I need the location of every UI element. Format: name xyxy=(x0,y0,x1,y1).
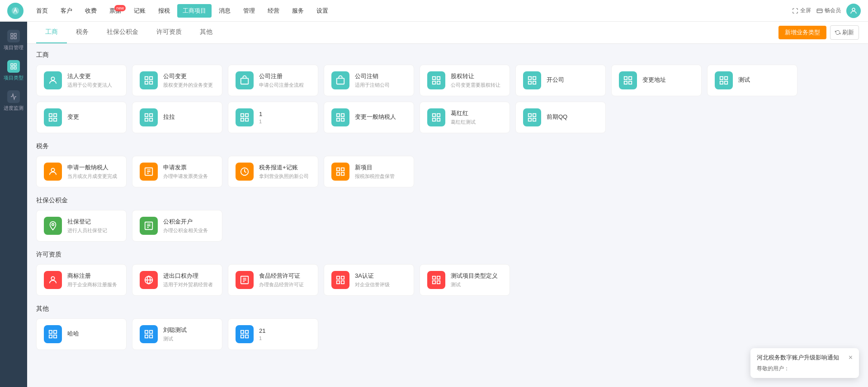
vip-btn[interactable]: 畅会员 xyxy=(816,7,841,14)
test-type-def-icon xyxy=(427,271,445,289)
num21-icon xyxy=(236,325,254,343)
nav-item-collection[interactable]: 收费 xyxy=(80,4,102,18)
sidebar: 项目管理 项目类型 进度监测 xyxy=(0,22,27,387)
card-title: 开公司 xyxy=(547,76,598,84)
svg-rect-43 xyxy=(241,118,244,121)
section-other: 其他 哈哈 刘聪测试 测试 xyxy=(36,305,859,350)
card-title: 股权转让 xyxy=(451,72,502,80)
main-header: 工商 税务 社保公积金 许可资质 其他 新增业务类型 刷新 xyxy=(27,22,868,44)
nav-item-ticket[interactable]: 票据 new xyxy=(104,4,127,18)
card-company-cancel[interactable]: 公司注销 适用于注销公司 xyxy=(324,65,414,96)
card-apply-general-tax[interactable]: 申请一般纳税人 当月或次月成变更完成 xyxy=(36,156,127,187)
user-avatar[interactable] xyxy=(846,4,861,18)
card-num1[interactable]: 1 1 xyxy=(228,102,318,133)
social-cards-grid: 社保登记 进行人员社保登记 公积金开户 办理公积金相关业务 xyxy=(36,210,859,242)
card-desc: 股权变更外的业务变更 xyxy=(163,82,215,89)
tab-tax[interactable]: 税务 xyxy=(67,22,98,43)
card-change-address[interactable]: 变更地址 xyxy=(611,65,702,96)
prev-qq-icon xyxy=(523,108,541,126)
nav-item-manage[interactable]: 管理 xyxy=(238,4,260,18)
tab-bar: 工商 税务 社保公积金 许可资质 其他 xyxy=(36,22,222,43)
card-company-reg[interactable]: 公司注册 申请公司注册全流程 xyxy=(228,65,318,96)
card-num21[interactable]: 21 1 xyxy=(228,318,318,350)
nav-item-tax[interactable]: 报税 xyxy=(153,4,175,18)
card-food-permit[interactable]: 食品经营许可证 办理食品经营许可证 xyxy=(228,264,318,296)
svg-rect-21 xyxy=(528,77,531,79)
card-legal-change[interactable]: 法人变更 适用于公司变更法人 xyxy=(36,65,127,96)
card-test-type-def[interactable]: 测试项目类型定义 测试 xyxy=(420,264,510,296)
svg-rect-78 xyxy=(54,331,57,333)
card-title: 公司注册 xyxy=(259,72,311,80)
card-title: 商标注册 xyxy=(67,272,119,280)
card-change[interactable]: 变更 xyxy=(36,102,127,133)
card-title: 变更一般纳税人 xyxy=(355,113,406,121)
nav-item-operation[interactable]: 经营 xyxy=(262,4,285,18)
card-equity-transfer[interactable]: 股权转让 公司变更需要股权转让 xyxy=(420,65,510,96)
svg-rect-69 xyxy=(337,276,340,279)
card-title: 公司注销 xyxy=(355,72,406,80)
nav-item-industry[interactable]: 工商项目 xyxy=(177,4,212,18)
card-desc: 对企业信誉评级 xyxy=(355,281,406,288)
svg-rect-53 xyxy=(528,114,531,117)
sidebar-item-progress[interactable]: 进度监测 xyxy=(0,86,27,116)
change-address-icon xyxy=(619,71,637,89)
sidebar-item-project-type[interactable]: 项目类型 xyxy=(0,56,27,86)
svg-rect-24 xyxy=(533,81,536,84)
import-export-icon xyxy=(140,271,158,289)
svg-rect-14 xyxy=(150,81,152,84)
nav-item-bookkeeping[interactable]: 记账 xyxy=(128,4,151,18)
card-desc: 进行人员社保登记 xyxy=(67,227,119,234)
nav-item-service[interactable]: 服务 xyxy=(287,4,309,18)
card-prev-qq[interactable]: 前期QQ xyxy=(515,102,606,133)
new-type-button[interactable]: 新增业务类型 xyxy=(778,26,826,39)
svg-rect-85 xyxy=(241,331,244,333)
card-ge-hong-hong[interactable]: 葛红红 葛红红测试 xyxy=(420,102,510,133)
card-title: 前期QQ xyxy=(547,113,598,121)
section-title-industry: 工商 xyxy=(36,51,859,59)
svg-rect-15 xyxy=(241,78,249,84)
card-lala[interactable]: 拉拉 xyxy=(132,102,222,133)
svg-rect-13 xyxy=(145,81,148,84)
section-title-other: 其他 xyxy=(36,305,859,313)
card-desc: 1 xyxy=(259,336,311,341)
card-3a-cert[interactable]: 3A认证 对企业信誉评级 xyxy=(324,264,414,296)
card-open-company[interactable]: 开公司 xyxy=(515,65,606,96)
fullscreen-btn[interactable]: 全屏 xyxy=(792,7,811,14)
card-apply-invoice[interactable]: 申请发票 办理申请发票类业务 xyxy=(132,156,222,187)
nav-item-message[interactable]: 消息 xyxy=(213,4,236,18)
nav-item-settings[interactable]: 设置 xyxy=(311,4,334,18)
tab-industry[interactable]: 工商 xyxy=(36,22,67,43)
svg-rect-46 xyxy=(341,114,344,117)
card-desc: 办理食品经营许可证 xyxy=(259,281,311,288)
svg-rect-80 xyxy=(54,335,57,338)
card-new-project[interactable]: 新项目 报税加税控盘保管 xyxy=(324,156,414,187)
svg-rect-48 xyxy=(341,118,344,121)
svg-rect-29 xyxy=(720,77,723,79)
card-change-general-tax[interactable]: 变更一般纳税人 xyxy=(324,102,414,133)
card-tax-report-bookkeeping[interactable]: 税务报道+记账 拿到营业执照的新公司 xyxy=(228,156,318,187)
card-title: 新项目 xyxy=(355,163,406,172)
card-company-change[interactable]: 公司变更 股权变更外的业务变更 xyxy=(132,65,222,96)
card-title: 拉拉 xyxy=(163,113,215,121)
sidebar-item-project-manage[interactable]: 项目管理 xyxy=(0,25,27,56)
tab-other[interactable]: 其他 xyxy=(191,22,222,43)
notification-close-button[interactable]: × xyxy=(849,354,853,362)
svg-rect-71 xyxy=(337,281,340,284)
svg-rect-17 xyxy=(433,77,435,79)
nav-item-customer[interactable]: 客户 xyxy=(55,4,78,18)
tab-social-security[interactable]: 社保公积金 xyxy=(98,22,147,43)
tab-permit[interactable]: 许可资质 xyxy=(147,22,191,43)
card-test[interactable]: 测试 xyxy=(707,65,797,96)
svg-rect-9 xyxy=(14,67,16,69)
svg-point-57 xyxy=(51,168,54,172)
card-import-export[interactable]: 进出口权办理 适用于对外贸易经营者 xyxy=(132,264,222,296)
content: 工商 法人变更 适用于公司变更法人 公司变更 xyxy=(27,44,868,366)
card-trademark-reg[interactable]: 商标注册 用于企业商标注册服务 xyxy=(36,264,127,296)
card-social-reg[interactable]: 社保登记 进行人员社保登记 xyxy=(36,210,127,242)
card-ha-ha[interactable]: 哈哈 xyxy=(36,318,127,350)
nav-item-home[interactable]: 首页 xyxy=(31,4,53,18)
card-fund-account[interactable]: 公积金开户 办理公积金相关业务 xyxy=(132,210,222,242)
card-liu-test[interactable]: 刘聪测试 测试 xyxy=(132,318,222,350)
notification-body: 尊敬的用户： xyxy=(757,364,853,373)
refresh-button[interactable]: 刷新 xyxy=(830,25,859,40)
